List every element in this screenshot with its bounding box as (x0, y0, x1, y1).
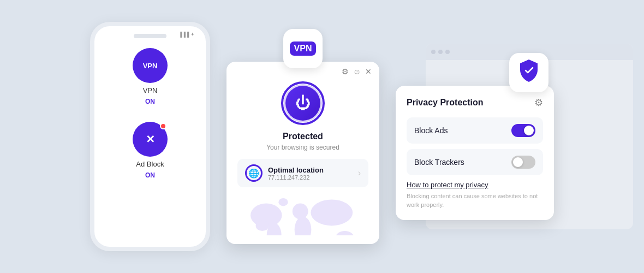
protected-status-title: Protected (283, 132, 323, 141)
vpn-icon-text: VPN (143, 62, 158, 70)
vpn-app-status: ON (145, 98, 155, 105)
block-trackers-toggle[interactable] (511, 156, 535, 169)
block-trackers-knob (513, 157, 523, 167)
power-button-inner: ⏻ (285, 86, 320, 121)
main-scene: ▐▐▐ ✦ VPN VPN ON ✕ Ad Block ON VPN ⚙ (0, 0, 644, 273)
vpn-popup-badge: VPN (283, 29, 323, 68)
adblock-notification-badge (160, 123, 166, 129)
svg-point-3 (293, 204, 308, 219)
block-ads-label: Block Ads (414, 126, 448, 135)
globe-icon: 🌐 (245, 164, 263, 182)
privacy-popup-wrapper: Privacy Protection ⚙ Block Ads Block Tra… (396, 53, 554, 220)
vpn-popup: ⚙ ☺ ✕ ⏻ Protected Your browsing is secur… (226, 62, 379, 244)
location-row[interactable]: 🌐 Optimal location 77.111.247.232 › (237, 159, 368, 187)
location-left: 🌐 Optimal location 77.111.247.232 (245, 164, 324, 182)
block-trackers-label: Block Trackers (414, 158, 464, 167)
svg-point-7 (278, 198, 288, 206)
phone-status-bar: ▐▐▐ ✦ (178, 32, 195, 37)
location-name: Optimal location (268, 166, 324, 174)
shield-icon (518, 58, 540, 87)
vpn-app-icon[interactable]: VPN (133, 48, 168, 83)
settings-icon[interactable]: ⚙ (342, 67, 349, 76)
svg-point-4 (295, 217, 312, 235)
privacy-link[interactable]: How to protect my privacy (407, 181, 543, 189)
privacy-popup: Privacy Protection ⚙ Block Ads Block Tra… (396, 86, 554, 220)
vpn-badge-text: VPN (290, 41, 317, 56)
vpn-app-label: VPN (143, 86, 158, 94)
adblock-app-label: Ad Block (136, 160, 164, 168)
svg-point-1 (256, 221, 269, 231)
phone-mockup: ▐▐▐ ✦ VPN VPN ON ✕ Ad Block ON (90, 22, 210, 251)
phone-app-adblock[interactable]: ✕ Ad Block ON (133, 122, 168, 179)
chevron-right-icon: › (358, 168, 361, 178)
block-trackers-row[interactable]: Block Trackers (407, 149, 543, 175)
adblock-icon-text: ✕ (146, 133, 155, 146)
privacy-note: Blocking content can cause some websites… (407, 192, 543, 209)
privacy-header: Privacy Protection ⚙ (407, 97, 543, 109)
privacy-title: Privacy Protection (407, 98, 484, 108)
close-icon[interactable]: ✕ (365, 67, 372, 76)
location-ip: 77.111.247.232 (268, 174, 324, 181)
phone-app-vpn[interactable]: VPN VPN ON (133, 48, 168, 105)
adblock-app-status: ON (145, 171, 155, 179)
shield-popup-badge (509, 53, 548, 92)
vpn-popup-wrapper: VPN ⚙ ☺ ✕ ⏻ Protected Your browsing is s… (226, 29, 379, 244)
svg-point-6 (336, 231, 354, 235)
privacy-settings-icon[interactable]: ⚙ (534, 97, 543, 109)
protected-status-subtitle: Your browsing is secured (266, 144, 339, 151)
block-ads-row[interactable]: Block Ads (407, 117, 543, 144)
power-icon: ⏻ (295, 96, 311, 111)
world-map (237, 192, 368, 235)
power-button[interactable]: ⏻ (281, 81, 325, 125)
block-ads-toggle[interactable] (511, 124, 535, 137)
vpn-popup-body: ⏻ Protected Your browsing is secured 🌐 O… (226, 76, 379, 244)
location-info: Optimal location 77.111.247.232 (268, 166, 324, 181)
block-ads-knob (524, 126, 534, 135)
phone-notch (134, 34, 166, 38)
svg-point-5 (311, 199, 353, 225)
emoji-icon[interactable]: ☺ (353, 67, 361, 76)
adblock-app-icon[interactable]: ✕ (133, 122, 168, 157)
